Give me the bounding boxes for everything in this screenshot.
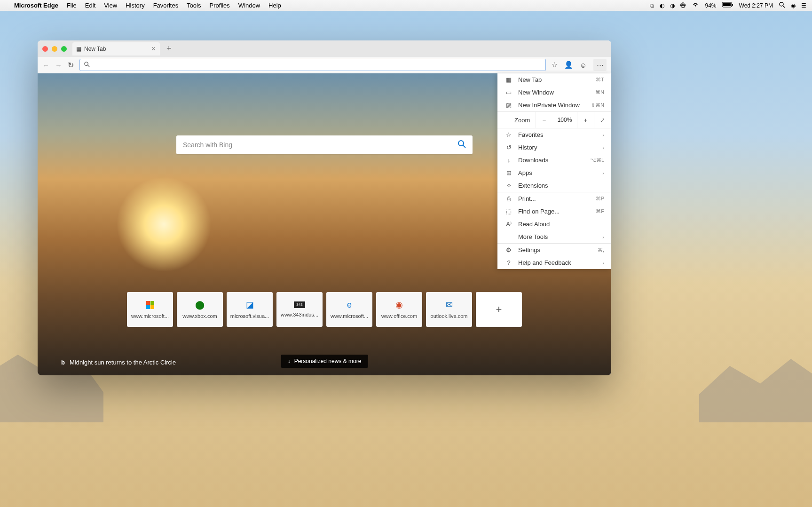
fullscreen-button[interactable]: ⤢: [594, 112, 611, 128]
find-icon: ⬚: [504, 208, 513, 215]
tab-strip: ▦ New Tab ✕ +: [38, 40, 611, 57]
reload-button[interactable]: ↻: [68, 61, 74, 70]
control-center-icon[interactable]: ☰: [801, 2, 806, 9]
edge-icon: e: [345, 300, 354, 309]
overflow-menu: ▦New Tab⌘T ▭New Window⌘N ▨New InPrivate …: [497, 73, 611, 269]
outlook-icon: ✉: [444, 300, 454, 309]
menu-new-tab[interactable]: ▦New Tab⌘T: [497, 73, 611, 86]
add-tile-button[interactable]: +: [476, 292, 522, 327]
tile-microsoft[interactable]: www.microsoft...: [127, 292, 173, 327]
wifi-icon[interactable]: [692, 2, 699, 9]
tile-label: www.343indus...: [281, 312, 318, 317]
343-icon: 343: [294, 301, 305, 308]
chevron-down-icon: ↓: [288, 358, 291, 364]
read-aloud-icon: A⁾: [504, 221, 513, 228]
back-button[interactable]: ←: [42, 61, 49, 69]
chevron-right-icon: ›: [602, 145, 604, 151]
tile-outlook[interactable]: ✉ outlook.live.com: [426, 292, 472, 327]
tile-edge[interactable]: e www.microsoft...: [326, 292, 372, 327]
svg-line-8: [463, 145, 465, 148]
search-placeholder: Search with Bing: [183, 141, 457, 149]
dropbox-icon[interactable]: ⧉: [650, 2, 654, 9]
menu-apps[interactable]: ⊞Apps›: [497, 166, 611, 179]
chevron-right-icon: ›: [602, 234, 604, 240]
image-caption[interactable]: b Midnight sun returns to the Arctic Cir…: [61, 359, 176, 366]
svg-point-3: [780, 2, 783, 6]
feedback-icon[interactable]: ☺: [580, 61, 587, 69]
visualstudio-icon: ◪: [245, 300, 254, 309]
tile-343[interactable]: 343 www.343indus...: [276, 292, 323, 327]
close-window-button[interactable]: [42, 46, 48, 52]
bing-search-box[interactable]: Search with Bing: [176, 135, 473, 154]
news-expand-button[interactable]: ↓ Personalized news & more: [281, 355, 368, 368]
window-icon: ▭: [504, 89, 513, 96]
tile-label: outlook.live.com: [431, 313, 468, 319]
menu-help[interactable]: Help: [268, 2, 281, 9]
menu-favorites[interactable]: Favorites: [153, 2, 178, 9]
search-icon[interactable]: [457, 140, 466, 151]
xbox-icon: ⬤: [195, 300, 205, 309]
new-tab-button[interactable]: +: [164, 44, 174, 54]
menu-help[interactable]: ?Help and Feedback›: [497, 256, 611, 269]
tile-label: www.microsoft...: [131, 313, 169, 319]
tile-visualstudio[interactable]: ◪ microsoft.visua...: [227, 292, 273, 327]
menu-view[interactable]: View: [104, 2, 117, 9]
menu-find[interactable]: ⬚Find on Page...⌘F: [497, 205, 611, 218]
spotlight-icon[interactable]: [779, 1, 785, 9]
menu-new-window[interactable]: ▭New Window⌘N: [497, 86, 611, 99]
menu-edit[interactable]: Edit: [85, 2, 95, 9]
zoom-in-button[interactable]: +: [577, 112, 594, 128]
chevron-right-icon: ›: [602, 132, 604, 138]
zoom-label: Zoom: [497, 117, 536, 124]
menu-tools[interactable]: Tools: [187, 2, 201, 9]
print-icon: ⎙: [504, 195, 513, 202]
menu-favorites[interactable]: ☆Favorites›: [497, 128, 611, 141]
zoom-out-button[interactable]: −: [536, 112, 552, 128]
clock[interactable]: Wed 2:27 PM: [739, 2, 773, 9]
app-menu[interactable]: Microsoft Edge: [14, 2, 58, 9]
search-icon: [84, 61, 90, 69]
menu-settings[interactable]: ⚙Settings⌘,: [497, 244, 611, 256]
menu-zoom-row: Zoom − 100% + ⤢: [497, 111, 611, 128]
news-button-label: Personalized news & more: [294, 358, 362, 364]
maximize-window-button[interactable]: [61, 46, 67, 52]
siri-icon[interactable]: ◉: [791, 2, 796, 9]
tile-label: www.office.com: [381, 313, 417, 319]
menu-history[interactable]: ↺History›: [497, 141, 611, 154]
more-menu-button[interactable]: ⋯: [593, 59, 607, 71]
browser-window: ▦ New Tab ✕ + ← → ↻ ☆ 👤 ☺ ⋯ Search with …: [38, 40, 611, 375]
tile-office[interactable]: ◉ www.office.com: [376, 292, 422, 327]
globe-icon[interactable]: 🌐︎: [680, 2, 686, 9]
menu-extensions[interactable]: ✧Extensions: [497, 179, 611, 192]
zoom-value: 100%: [552, 117, 577, 123]
menu-history[interactable]: History: [126, 2, 144, 9]
battery-icon[interactable]: [722, 2, 733, 9]
caption-text: Midnight sun returns to the Arctic Circl…: [70, 359, 176, 366]
menu-profiles[interactable]: Profiles: [210, 2, 230, 9]
menu-read-aloud[interactable]: A⁾Read Aloud: [497, 218, 611, 230]
menu-print[interactable]: ⎙Print...⌘P: [497, 192, 611, 205]
profile-icon[interactable]: 👤: [564, 61, 573, 69]
menu-new-inprivate[interactable]: ▨New InPrivate Window⇧⌘N: [497, 99, 611, 111]
forward-button[interactable]: →: [55, 61, 62, 69]
svg-line-4: [783, 6, 785, 8]
battery-percent: 94%: [705, 2, 716, 9]
menu-more-tools[interactable]: More Tools›: [497, 230, 611, 243]
favorite-star-icon[interactable]: ☆: [552, 61, 558, 69]
address-bar[interactable]: [79, 59, 546, 71]
minimize-window-button[interactable]: [52, 46, 57, 52]
tile-xbox[interactable]: ⬤ www.xbox.com: [177, 292, 223, 327]
menu-file[interactable]: File: [67, 2, 77, 9]
svg-point-5: [85, 62, 88, 65]
menu-downloads[interactable]: ↓Downloads⌥⌘L: [497, 154, 611, 166]
plus-icon: +: [496, 303, 502, 316]
menu-window[interactable]: Window: [238, 2, 260, 9]
browser-tab[interactable]: ▦ New Tab ✕: [72, 42, 160, 55]
svg-rect-1: [723, 3, 731, 6]
close-tab-button[interactable]: ✕: [151, 45, 156, 52]
status-icon-2[interactable]: ◑: [670, 2, 675, 9]
quick-links: www.microsoft... ⬤ www.xbox.com ◪ micros…: [127, 292, 522, 327]
svg-rect-2: [732, 4, 733, 6]
status-icon[interactable]: ◐: [660, 2, 664, 9]
inprivate-icon: ▨: [504, 102, 513, 109]
